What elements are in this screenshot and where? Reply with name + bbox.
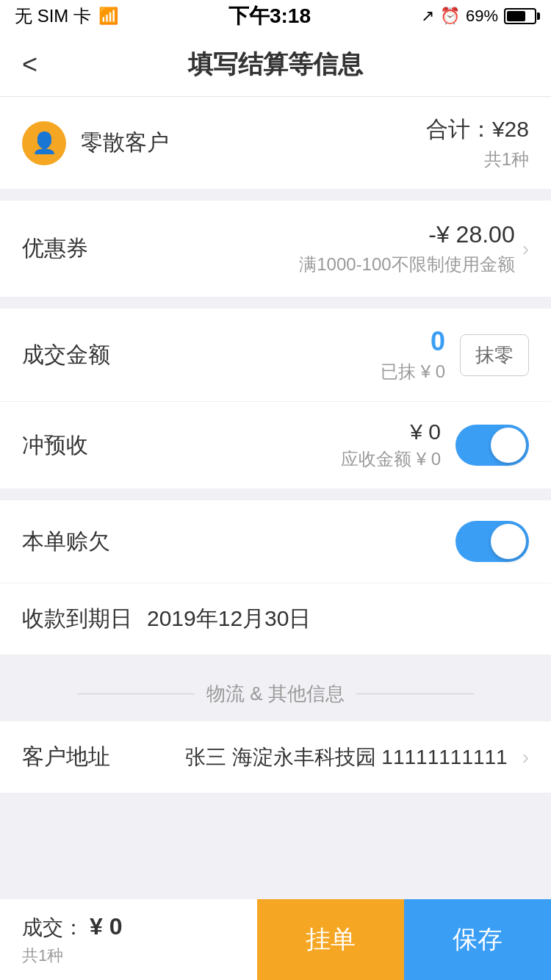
- address-row[interactable]: 客户地址 张三 海淀永丰科技园 11111111111 ›: [0, 721, 551, 793]
- due-date-row[interactable]: 收款到期日 2019年12月30日: [0, 583, 551, 655]
- hold-button[interactable]: 挂单: [257, 899, 404, 980]
- bottom-info: 成交： ¥ 0 共1种: [0, 913, 257, 967]
- location-icon: ↗: [421, 7, 434, 26]
- bottom-bar: 成交： ¥ 0 共1种 挂单 保存: [0, 899, 551, 980]
- toggle-knob: [491, 428, 526, 463]
- prereceive-sub: 应收金额 ¥ 0: [341, 447, 441, 471]
- bottom-deal-label: 成交：: [22, 914, 84, 942]
- battery-fill: [507, 11, 525, 21]
- avatar: 👤: [22, 121, 66, 165]
- address-label: 客户地址: [22, 742, 110, 772]
- status-left: 无 SIM 卡 📶: [15, 4, 118, 28]
- wifi-icon: 📶: [98, 7, 118, 26]
- customer-name: 零散客户: [81, 128, 169, 158]
- coupon-section: 优惠券 -¥ 28.00 满1000-100不限制使用金额 ›: [0, 201, 551, 297]
- debt-row: 本单赊欠: [0, 500, 551, 583]
- customer-row: 👤 零散客户 合计：¥28 共1种: [0, 97, 551, 189]
- logistics-line-left: [77, 693, 195, 694]
- amount-value[interactable]: 0: [381, 326, 445, 357]
- coupon-right: -¥ 28.00 满1000-100不限制使用金额 ›: [299, 221, 529, 276]
- prereceive-info: ¥ 0 应收金额 ¥ 0: [341, 419, 441, 471]
- transaction-amount-row: 成交金额 0 已抹 ¥ 0 抹零: [0, 309, 551, 402]
- amount-row-right: 0 已抹 ¥ 0 抹零: [381, 326, 529, 383]
- coupon-info: -¥ 28.00 满1000-100不限制使用金额: [299, 221, 514, 276]
- total-count: 共1种: [426, 148, 529, 171]
- coupon-label: 优惠券: [22, 234, 88, 264]
- bottom-deal-amount: ¥ 0: [90, 913, 122, 940]
- prereceive-label: 冲预收: [22, 430, 88, 461]
- debt-toggle[interactable]: [455, 521, 529, 562]
- transaction-label: 成交金额: [22, 340, 110, 370]
- avatar-icon: 👤: [32, 131, 57, 155]
- battery-icon: [504, 8, 536, 24]
- coupon-row[interactable]: 优惠券 -¥ 28.00 满1000-100不限制使用金额 ›: [0, 201, 551, 297]
- logistics-header: 物流 & 其他信息: [0, 666, 551, 721]
- address-chevron-icon: ›: [522, 746, 529, 769]
- total-amount: 合计：¥28: [426, 115, 529, 145]
- bottom-count: 共1种: [22, 945, 235, 967]
- carrier-text: 无 SIM 卡: [15, 4, 91, 28]
- due-date-label: 收款到期日: [22, 604, 132, 634]
- due-date-value: 2019年12月30日: [147, 604, 311, 634]
- customer-left: 👤 零散客户: [22, 121, 169, 165]
- alarm-icon: ⏰: [440, 7, 460, 26]
- battery-percent: 69%: [466, 7, 498, 26]
- amount-input-area: 0 已抹 ¥ 0: [381, 326, 445, 383]
- round-zero-button[interactable]: 抹零: [460, 334, 529, 376]
- address-right: 张三 海淀永丰科技园 11111111111 ›: [185, 743, 529, 771]
- page-title: 填写结算等信息: [188, 48, 363, 82]
- status-time: 下午3:18: [228, 2, 311, 30]
- debt-label: 本单赊欠: [22, 527, 110, 557]
- chevron-right-icon: ›: [522, 237, 529, 261]
- amount-sub: 已抹 ¥ 0: [381, 360, 445, 383]
- bottom-deal-row: 成交： ¥ 0: [22, 913, 235, 942]
- debt-toggle-knob: [491, 524, 526, 559]
- coupon-desc: 满1000-100不限制使用金额: [299, 253, 514, 276]
- prereceive-row: 冲预收 ¥ 0 应收金额 ¥ 0: [0, 402, 551, 489]
- logistics-line-right: [356, 693, 474, 694]
- transaction-section: 成交金额 0 已抹 ¥ 0 抹零 冲预收 ¥ 0 应收金额 ¥ 0: [0, 309, 551, 489]
- logistics-title-row: 物流 & 其他信息: [22, 681, 529, 707]
- coupon-amount: -¥ 28.00: [299, 221, 514, 248]
- status-right: ↗ ⏰ 69%: [421, 7, 536, 26]
- prereceive-right: ¥ 0 应收金额 ¥ 0: [341, 419, 529, 471]
- nav-bar: < 填写结算等信息: [0, 32, 551, 97]
- content: 👤 零散客户 合计：¥28 共1种 优惠券 -¥ 28.00 满1000-100…: [0, 97, 551, 893]
- prereceive-toggle[interactable]: [455, 425, 529, 466]
- back-button[interactable]: <: [22, 49, 66, 80]
- address-value: 张三 海淀永丰科技园 11111111111: [185, 743, 508, 771]
- save-button[interactable]: 保存: [404, 899, 551, 980]
- status-bar: 无 SIM 卡 📶 下午3:18 ↗ ⏰ 69%: [0, 0, 551, 32]
- logistics-title: 物流 & 其他信息: [206, 681, 345, 707]
- prereceive-amount: ¥ 0: [341, 419, 441, 444]
- customer-right: 合计：¥28 共1种: [426, 115, 529, 171]
- debt-section: 本单赊欠 收款到期日 2019年12月30日: [0, 500, 551, 655]
